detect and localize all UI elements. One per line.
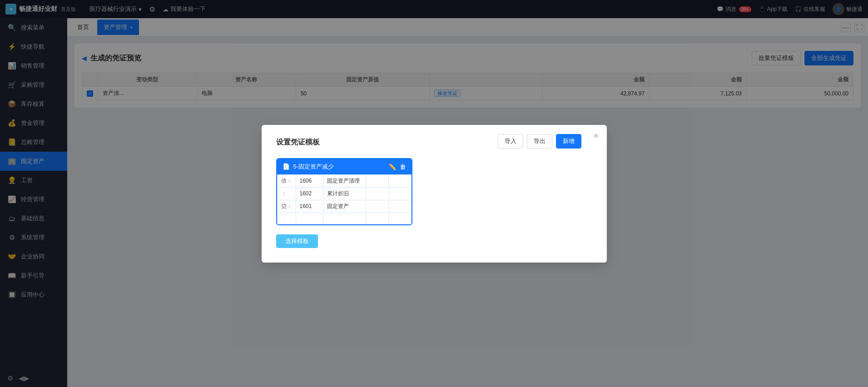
entry-type: ：	[277, 187, 296, 200]
template-doc-icon: 📄	[283, 163, 290, 170]
entry-name: 固定资产清理	[323, 174, 366, 187]
entry-debit	[366, 174, 388, 187]
entry-code: 1602	[296, 187, 323, 200]
template-entry-row: 贷： 1601 固定资产	[277, 200, 411, 213]
template-card-header: 📄 5-固定资产减少 ✏️ 🗑	[277, 159, 412, 174]
entry-name: 累计折旧	[323, 187, 366, 200]
entry-name: 固定资产	[323, 200, 366, 213]
template-id-name: 5-固定资产减少	[293, 163, 334, 171]
entry-debit	[366, 187, 388, 200]
entry-type: 借：	[277, 174, 296, 187]
entry-code: 1601	[296, 200, 323, 213]
template-entry-row: 借： 1606 固定资产清理	[277, 174, 411, 187]
entry-credit	[388, 174, 411, 187]
modal-body: 📄 5-固定资产减少 ✏️ 🗑 借： 1606 固定资产清理 ： 1602 累计…	[276, 158, 592, 248]
template-entry-empty-row	[277, 213, 411, 224]
template-card-title: 📄 5-固定资产减少	[283, 163, 334, 171]
entry-code: 1606	[296, 174, 323, 187]
modal-action-buttons: 导入 导出 新增	[498, 134, 581, 149]
template-edit-icon[interactable]: ✏️	[388, 163, 396, 170]
template-entry-row: ： 1602 累计折旧	[277, 187, 411, 200]
entry-type: 贷：	[277, 200, 296, 213]
template-delete-icon[interactable]: 🗑	[400, 163, 406, 170]
entry-credit	[388, 187, 411, 200]
template-card: 📄 5-固定资产减少 ✏️ 🗑 借： 1606 固定资产清理 ： 1602 累计…	[276, 158, 412, 225]
new-button[interactable]: 新增	[556, 134, 581, 149]
select-template-button[interactable]: 选择模板	[276, 234, 318, 248]
import-button[interactable]: 导入	[498, 134, 523, 149]
template-entries-table: 借： 1606 固定资产清理 ： 1602 累计折旧 贷： 1601 固定资产	[277, 174, 412, 224]
modal-overlay[interactable]: 设置凭证模板 × 导入 导出 新增 📄 5-固定资产减少 ✏️ 🗑	[0, 0, 868, 387]
export-button[interactable]: 导出	[527, 134, 552, 149]
template-card-icons: ✏️ 🗑	[388, 163, 406, 170]
entry-credit	[388, 200, 411, 213]
entry-debit	[366, 200, 388, 213]
modal-dialog: 设置凭证模板 × 导入 导出 新增 📄 5-固定资产减少 ✏️ 🗑	[262, 125, 607, 263]
modal-close-button[interactable]: ×	[594, 131, 599, 141]
